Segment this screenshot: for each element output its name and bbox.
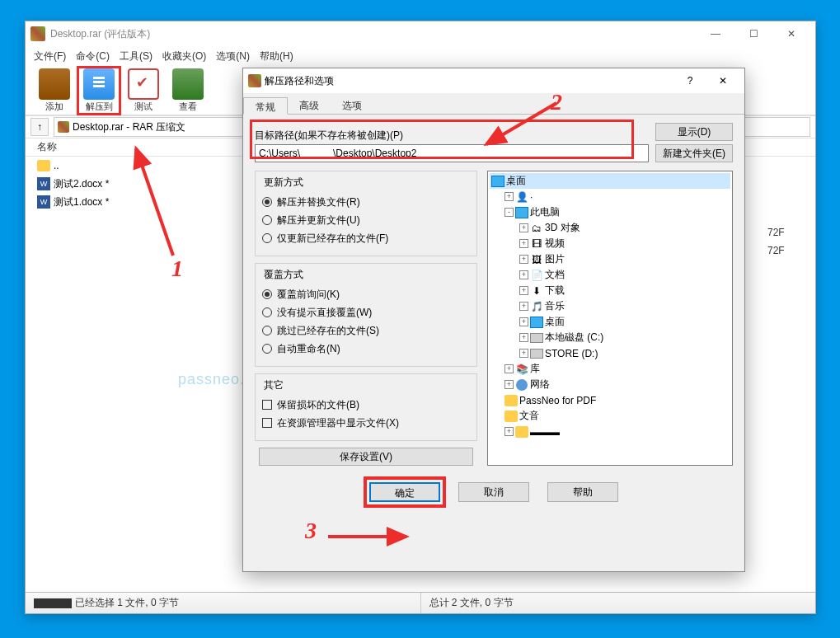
menu-favorites[interactable]: 收藏夹(O) (162, 49, 206, 63)
menu-tools[interactable]: 工具(S) (120, 49, 153, 63)
expander-icon[interactable]: + (504, 192, 514, 201)
dialog-titlebar: 解压路径和选项 ? ✕ (243, 68, 744, 93)
annotation-1: 1 (171, 256, 183, 282)
tree-videos[interactable]: +🎞视频 (490, 236, 730, 251)
expander-icon[interactable]: - (504, 208, 514, 217)
tree-c-drive[interactable]: +本地磁盘 (C:) (490, 330, 730, 345)
group-label: 覆盖方式 (260, 268, 307, 282)
archive-icon (58, 121, 69, 133)
close-button[interactable]: ✕ (772, 21, 810, 46)
extract-icon (83, 68, 115, 100)
update-mode-group: 更新方式 解压并替换文件(R) 解压并更新文件(U) 仅更新已经存在的文件(F) (255, 171, 477, 256)
tab-general[interactable]: 常规 (243, 97, 288, 115)
tree-desktop[interactable]: 桌面 (490, 173, 730, 189)
pc-icon (515, 207, 528, 218)
folder-tree[interactable]: 桌面 +👤· -此电脑 +🗂3D 对象 +🎞视频 +🖼图片 +📄文档 +⬇下载 … (487, 171, 733, 466)
new-folder-button[interactable]: 新建文件夹(E) (655, 144, 733, 162)
books-icon (39, 68, 70, 100)
group-label: 其它 (260, 378, 287, 392)
file-cell: 72F (767, 227, 785, 238)
check-keep-broken[interactable]: 保留损坏的文件(B) (262, 396, 470, 414)
dialog-close-button[interactable]: ✕ (706, 75, 739, 87)
menu-help[interactable]: 帮助(H) (260, 49, 293, 63)
docx-icon: W (37, 195, 50, 209)
tree-3d-objects[interactable]: +🗂3D 对象 (490, 220, 730, 236)
radio-extract-update[interactable]: 解压并更新文件(U) (262, 211, 470, 229)
maximize-button[interactable]: ☐ (734, 21, 772, 46)
minimize-button[interactable]: — (697, 21, 734, 46)
tree-network[interactable]: +网络 (490, 377, 730, 392)
dialog-help-button[interactable]: ? (673, 75, 706, 87)
folder-icon (37, 160, 50, 171)
titlebar: Desktop.rar (评估版本) — ☐ ✕ (26, 21, 815, 46)
test-icon (128, 68, 159, 100)
radio-auto-rename[interactable]: 自动重命名(N) (262, 340, 470, 358)
annotation-3: 3 (305, 518, 317, 544)
tab-advanced[interactable]: 高级 (288, 96, 331, 114)
dialog-tabs: 常规 高级 选项 (243, 93, 744, 115)
cancel-button[interactable]: 取消 (458, 482, 529, 502)
folder-icon (504, 410, 518, 422)
overwrite-mode-group: 覆盖方式 覆盖前询问(K) 没有提示直接覆盖(W) 跳过已经存在的文件(S) 自… (255, 263, 477, 367)
show-button[interactable]: 显示(D) (655, 123, 733, 141)
nav-up-button[interactable]: ↑ (31, 118, 49, 136)
disk-icon (530, 349, 543, 359)
menu-file[interactable]: 文件(F) (34, 49, 66, 63)
misc-group: 其它 保留损坏的文件(B) 在资源管理器中显示文件(X) (255, 373, 477, 441)
winrar-icon (248, 74, 261, 87)
menu-commands[interactable]: 命令(C) (76, 49, 110, 63)
toolbar-test[interactable]: 测试 (123, 68, 164, 114)
winrar-icon (31, 26, 45, 41)
radio-freshen-only[interactable]: 仅更新已经存在的文件(F) (262, 229, 470, 247)
network-icon (516, 379, 528, 391)
extract-dialog: 解压路径和选项 ? ✕ 常规 高级 选项 目标路径(如果不存在将被创建)(P) … (242, 68, 745, 572)
dialog-help-button[interactable]: 帮助 (547, 482, 618, 502)
menu-options[interactable]: 选项(N) (216, 49, 250, 63)
tree-libraries[interactable]: +📚库 (490, 361, 730, 377)
dialog-footer: 确定 取消 帮助 (255, 482, 733, 502)
save-settings-button[interactable]: 保存设置(V) (259, 448, 473, 466)
tree-desktop-sub[interactable]: +桌面 (490, 314, 730, 330)
tree-downloads[interactable]: +⬇下载 (490, 283, 730, 298)
check-show-in-explorer[interactable]: 在资源管理器中显示文件(X) (262, 414, 470, 432)
radio-extract-replace[interactable]: 解压并替换文件(R) (262, 193, 470, 211)
statusbar: 已经选择 1 文件, 0 字节 总计 2 文件, 0 字节 (26, 592, 815, 613)
ok-button[interactable]: 确定 (369, 482, 440, 502)
path-label: 目标路径(如果不存在将被创建)(P) (255, 129, 649, 143)
docx-icon: W (37, 177, 50, 190)
view-icon (172, 68, 204, 100)
tree-wenyin[interactable]: 文音 (490, 408, 730, 424)
status-right: 总计 2 文件, 0 字节 (429, 596, 514, 610)
folder-icon (515, 426, 528, 438)
desktop-icon (491, 176, 504, 187)
folder-icon (504, 395, 518, 406)
tree-documents[interactable]: +📄文档 (490, 267, 730, 283)
path-text: Desktop.rar - RAR 压缩文 (73, 120, 185, 134)
tree-d-drive[interactable]: +STORE (D:) (490, 345, 730, 361)
dialog-title: 解压路径和选项 (265, 74, 673, 88)
toolbar-extract-to[interactable]: 解压到 (78, 68, 120, 114)
radio-ask-overwrite[interactable]: 覆盖前询问(K) (262, 285, 470, 303)
menubar: 文件(F) 命令(C) 工具(S) 收藏夹(O) 选项(N) 帮助(H) (26, 46, 815, 66)
tree-item[interactable]: +▬▬▬ (490, 424, 730, 439)
disk-icon (530, 333, 543, 343)
desktop-icon (530, 317, 543, 328)
tree-user[interactable]: +👤· (490, 189, 730, 204)
group-label: 更新方式 (260, 176, 307, 190)
tree-pictures[interactable]: +🖼图片 (490, 251, 730, 267)
annotation-2: 2 (551, 89, 562, 115)
destination-path-input[interactable] (255, 144, 649, 162)
toolbar-add[interactable]: 添加 (34, 68, 75, 114)
window-title: Desktop.rar (评估版本) (50, 27, 697, 41)
toolbar-view[interactable]: 查看 (167, 68, 209, 114)
progress-icon (34, 598, 72, 608)
radio-skip-existing[interactable]: 跳过已经存在的文件(S) (262, 321, 470, 340)
tab-options[interactable]: 选项 (331, 96, 373, 114)
tree-music[interactable]: +🎵音乐 (490, 298, 730, 314)
status-left: 已经选择 1 文件, 0 字节 (75, 596, 179, 610)
tree-this-pc[interactable]: -此电脑 (490, 204, 730, 220)
radio-overwrite-noask[interactable]: 没有提示直接覆盖(W) (262, 303, 470, 321)
tree-passneo[interactable]: PassNeo for PDF (490, 392, 730, 408)
file-cell: 72F (767, 245, 785, 256)
col-name[interactable]: 名称 (37, 140, 185, 154)
